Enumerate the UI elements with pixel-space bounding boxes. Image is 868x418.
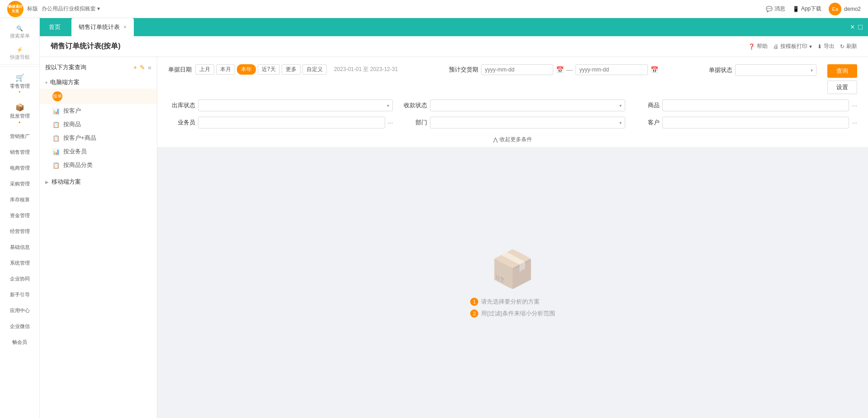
sidebar-item-enterprise[interactable]: 企业协同	[0, 271, 39, 287]
customer-input[interactable]	[662, 117, 849, 128]
sidebar-item-base[interactable]: 基础信息	[0, 239, 39, 255]
query-button[interactable]: 查询	[827, 64, 857, 78]
user-profile[interactable]: Ea demo2	[829, 3, 861, 15]
collapse-label: 收起更多条件	[500, 136, 532, 143]
by-salesperson-label: 按业务员	[63, 147, 87, 156]
sidebar-item-newbie[interactable]: 新手引导	[0, 287, 39, 303]
sidebar-item-inventory[interactable]: 库存核算	[0, 192, 39, 208]
download-icon: 📱	[793, 6, 799, 12]
date-btn-this-year[interactable]: 本年	[237, 64, 256, 75]
tab-restore-btn[interactable]: □	[858, 23, 863, 31]
mobile-group-chevron: ▶	[45, 180, 49, 185]
sidebar-item-sales[interactable]: 销售管理	[0, 144, 39, 160]
mobile-scheme-group: ▶ 移动端方案	[40, 174, 157, 190]
app-download-btn[interactable]: 📱 App下载	[793, 5, 821, 13]
cal-from-icon[interactable]: 📅	[556, 66, 564, 73]
app-logo: 畅捷通好生意	[7, 1, 24, 17]
scheme-item-by-customer[interactable]: 📊 按客户	[40, 104, 157, 118]
sidebar-item-ecommerce[interactable]: 电商管理	[0, 160, 39, 176]
collapse-btn[interactable]: ⋀ 收起更多条件	[493, 136, 532, 143]
sidebar-divider	[0, 66, 39, 67]
settings-button[interactable]: 设置	[827, 81, 857, 94]
ship-status-select[interactable]	[198, 100, 393, 111]
salesperson-dots-btn[interactable]: ···	[388, 119, 393, 126]
print-action[interactable]: 🖨 按模板打印 ▾	[773, 43, 812, 50]
page-header: 销售订单统计表(按单) ❓ 帮助 🖨 按模板打印 ▾ ⬇ 导出	[40, 36, 868, 57]
scheme-item-by-goods-category[interactable]: 📋 按商品分类	[40, 158, 157, 172]
sidebar-item-wechat[interactable]: 企业微信	[0, 318, 39, 334]
edit-scheme-btn[interactable]: ✎	[140, 64, 145, 71]
sidebar-item-marketing[interactable]: 营销推广	[0, 128, 39, 144]
tab-sales-order[interactable]: 销售订单统计表 ×	[71, 18, 134, 36]
sidebar-item-operations[interactable]: 经营管理	[0, 223, 39, 239]
wholesale-arrow-icon: ▴	[19, 119, 21, 124]
customer-cell: 客户 ···	[632, 117, 857, 128]
print-dropdown-icon: ▾	[809, 43, 812, 50]
sidebar-shortcut-nav[interactable]: ⚡ 快捷导航	[0, 43, 39, 65]
workspace-selector[interactable]: 办公用品行业模拟账套 ▾	[42, 5, 100, 13]
sidebar-item-finance[interactable]: 资金管理	[0, 208, 39, 223]
help-label: 帮助	[757, 43, 768, 50]
message-btn[interactable]: 💬 消息	[766, 5, 785, 13]
date-btn-last-month[interactable]: 上月	[195, 64, 214, 75]
desktop-group-header[interactable]: ▾ 电脑端方案	[40, 76, 157, 89]
collapse-panel-btn[interactable]: «	[148, 64, 151, 71]
sidebar-item-wholesale[interactable]: 📦 批发管理 ▴	[0, 99, 39, 128]
help-action[interactable]: ❓ 帮助	[748, 43, 768, 50]
goods-dots-btn[interactable]: ···	[852, 102, 857, 109]
sidebar-item-retail[interactable]: 🛒 零售管理 ▾	[0, 69, 39, 99]
goods-input[interactable]	[662, 100, 849, 111]
hint-num-1: 1	[470, 298, 478, 306]
tab-close-btn[interactable]: ×	[123, 24, 127, 30]
date-to-input[interactable]	[576, 64, 648, 75]
sidebar-search[interactable]: 🔍 搜索菜单	[0, 22, 39, 43]
shortcut-label: 快捷导航	[2, 54, 38, 61]
by-goods-category-label: 按商品分类	[63, 161, 93, 169]
tab-home-label: 首页	[49, 23, 61, 31]
sidebar-item-member[interactable]: 畅会员	[0, 334, 39, 350]
cal-to-icon[interactable]: 📅	[651, 66, 658, 73]
finance-label: 资金管理	[10, 212, 30, 219]
date-btn-last-7days[interactable]: 近7天	[258, 64, 280, 75]
refresh-label: 刷新	[846, 43, 857, 50]
date-btn-custom[interactable]: 自定义	[302, 64, 327, 75]
export-icon: ⬇	[817, 43, 822, 50]
hint-item-2: 2 用[过滤]条件来缩小分析范围	[470, 309, 555, 318]
customer-dots-btn[interactable]: ···	[852, 119, 857, 126]
salesperson-label: 业务员	[168, 119, 195, 127]
scheme-item-by-salesperson[interactable]: 📊 按业务员	[40, 145, 157, 158]
ship-status-label: 出库状态	[168, 101, 195, 109]
subtitle-label: 标版	[27, 5, 38, 13]
export-action[interactable]: ⬇ 导出	[817, 43, 835, 50]
tab-close-window-btn[interactable]: ×	[850, 23, 854, 31]
app-download-label: App下载	[801, 5, 821, 13]
scheme-item-by-order[interactable]: 按单	[40, 89, 157, 104]
sidebar-item-purchase[interactable]: 采购管理	[0, 176, 39, 192]
wholesale-icon: 📦	[15, 103, 24, 112]
salesperson-input[interactable]	[198, 117, 385, 128]
payment-status-select[interactable]	[430, 100, 625, 111]
status-select[interactable]	[735, 64, 816, 76]
sidebar: 🔍 搜索菜单 ⚡ 快捷导航 🛒 零售管理 ▾ 📦 批发管理 ▴ 营销推广	[0, 18, 40, 418]
empty-hints: 1 请先选择要分析的方案 2 用[过滤]条件来缩小分析范围	[470, 298, 555, 321]
filter-row2: 出库状态 收款状态	[168, 100, 857, 111]
sidebar-item-system[interactable]: 系统管理	[0, 255, 39, 271]
sidebar-item-appstore[interactable]: 应用中心	[0, 303, 39, 318]
date-filter-row: 单据日期 上月 本月 本年 近7天 更多 自定义 2023-01-01 至 20…	[168, 64, 398, 75]
refresh-action[interactable]: ↻ 刷新	[840, 43, 857, 50]
tab-home[interactable]: 首页	[40, 18, 70, 36]
date-btn-this-month[interactable]: 本月	[216, 64, 235, 75]
active-scheme-icon: 按单	[52, 91, 62, 101]
filter-row3: 业务员 ··· 部门	[168, 117, 857, 128]
add-scheme-btn[interactable]: +	[133, 64, 137, 71]
scheme-item-by-customer-goods[interactable]: 📋 按客户+商品	[40, 131, 157, 145]
date-btn-more[interactable]: 更多	[282, 64, 301, 75]
mobile-group-header[interactable]: ▶ 移动端方案	[40, 176, 157, 188]
dept-select[interactable]	[430, 117, 625, 128]
date-range-text: 2023-01-01 至 2023-12-31	[334, 66, 398, 73]
enterprise-label: 企业协同	[10, 276, 30, 282]
date-from-input[interactable]	[481, 64, 553, 75]
section-divider	[157, 147, 868, 151]
left-panel-header: 按以下方案查询 + ✎ «	[40, 61, 157, 74]
scheme-item-by-goods[interactable]: 📋 按商品	[40, 118, 157, 131]
